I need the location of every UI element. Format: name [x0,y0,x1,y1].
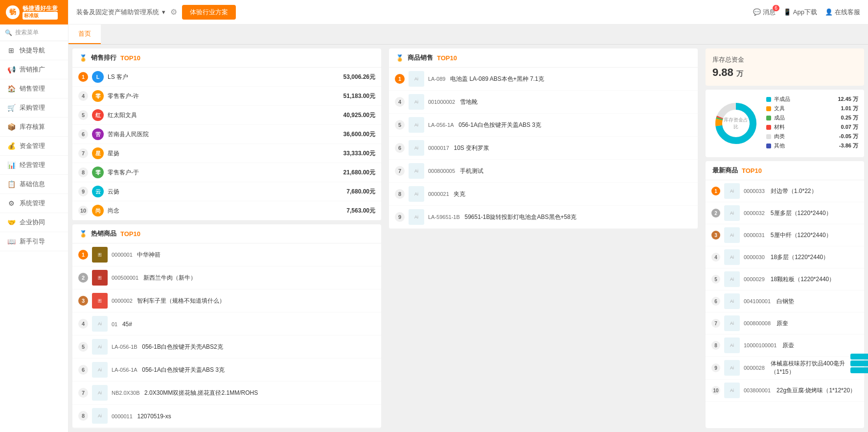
product-name: 2.0X30MM双搓花轴,搓花直径2.1MM/ROHS [144,389,258,396]
product-name: 夹克 [454,191,465,197]
product-info: 000800005 手机测试 [428,167,692,175]
product-info: NB2.0X30B 2.0X30MM双搓花轴,搓花直径2.1MM/ROHS [112,389,375,397]
right-panels: 库存总资金 9.88 万 [706,48,864,428]
product-name: 封边带（1.0*22） [771,187,817,195]
message-btn[interactable]: 💬 消息 6 [753,8,776,17]
rank-value: 21,680.00元 [343,168,375,177]
product-code: 0000031 [744,232,765,238]
product-name: 雪地靴 [460,98,478,105]
inventory-title: 库存总资金 [712,55,857,64]
inventory-legend: 半成品 12.45 万 文具 1.01 万 成品 0.25 万 [766,96,858,151]
new-product-item: 1 Ai 0000033 封边带（1.0*22） [706,180,864,202]
service-community-btn[interactable]: 服务社区 [850,360,868,366]
sidebar-item-system[interactable]: ⚙ 系统管理 [0,194,68,213]
product-rank-item: 6 Ai 0000017 10S 变利罗浆 [389,137,698,160]
sidebar-item-marketing[interactable]: 📢 营销推广 [0,60,68,79]
product-rank-item: 9 Ai LA-59651-1B 59651-1B旋转投影灯电池盒ABS黑色+5… [389,206,698,229]
product-thumb: Ai [92,316,108,332]
rank-value: 36,600.00元 [343,130,375,139]
main-area: 装备及固定资产辅助管理系统 ▾ ⚙ 体验行业方案 💬 消息 6 📱 App下载 … [69,0,868,432]
new-product-item: 4 Ai 0000030 18多层（1220*2440） [706,246,864,268]
rank-number: 1 [395,74,405,84]
new-products-header: 最新商品 TOP10 [706,161,864,180]
sidebar: 畅 畅捷通好生意 标准版 🔍 搜索菜单 ⊞ 快捷导航 📢 营销推广 🏠 销售管理… [0,0,69,432]
sidebar-item-label: 新手引导 [20,237,45,246]
new-product-item: 2 Ai 0000032 5厘多层（1220*2440） [706,202,864,224]
logo-badge: 标准版 [23,12,58,20]
sidebar-item-label: 快捷导航 [20,46,45,55]
sidebar-item-sales[interactable]: 🏠 销售管理 [0,79,68,98]
product-rank-item: 5 Ai LA-056-1B 056-1B白色按键开关壳ABS2克 [72,336,381,359]
new-product-item: 3 Ai 0000031 5厘中纤（1220*2440） [706,224,864,246]
marketing-icon: 📢 [7,66,16,73]
system-selector[interactable]: 装备及固定资产辅助管理系统 ▾ [76,8,165,17]
logo-title: 畅捷通好生意 [23,5,58,12]
new-products-title: 最新商品 [712,166,738,175]
customer-ranking-header: 🏅 销售排行 TOP10 [72,48,381,68]
tab-home[interactable]: 首页 [69,24,101,44]
rank-avatar: 尚 [92,205,104,216]
customer-service-hotline-btn[interactable]: 客服热线 [850,354,868,360]
rank-number: 6 [395,143,405,153]
sidebar-item-purchase[interactable]: 🛒 采购管理 [0,98,68,118]
message-badge: 6 [773,5,779,11]
product-thumb: Ai [92,339,108,355]
finance-icon: 💰 [7,142,16,150]
product-info: 0000002 智利车子里（规格不知道填什么） [112,297,375,305]
sidebar-item-operation[interactable]: 📊 经营管理 [0,156,68,175]
service-icon: 👤 [825,8,833,16]
rank-number: 5 [78,342,88,352]
product-sales-top10: TOP10 [437,54,457,62]
rank-number: 4 [78,91,88,101]
sidebar-item-finance[interactable]: 💰 资金管理 [0,137,68,156]
legend-color-dot [766,106,771,111]
sidebar-item-quick-nav[interactable]: ⊞ 快捷导航 [0,41,68,60]
sidebar-item-guide[interactable]: 📖 新手引导 [0,232,68,251]
phone-icon: 📱 [783,8,791,16]
rank-number: 7 [78,388,88,398]
trial-btn[interactable]: 体验行业方案 [182,5,236,20]
product-name: 12070519-xs [137,413,171,420]
product-rank-item: 1 图 0000001 中华神箭 [72,243,381,266]
rank-number: 8 [395,189,405,199]
legend-item: 成品 0.25 万 [766,114,858,121]
rank-item: 8 零 零售客户-于 21,680.00元 [72,163,381,182]
new-products-top10: TOP10 [742,167,762,174]
product-name: 电池盖 LA-089 ABS本色+黑种 7.1克 [450,75,544,82]
hot-products-panel: 🏅 热销商品 TOP10 1 图 0000001 中华神箭 2 [72,224,381,428]
purchase-icon: 🛒 [7,104,16,112]
rank-number: 1 [78,72,88,82]
hot-products-header: 🏅 热销商品 TOP10 [72,224,381,243]
product-thumb: Ai [409,163,424,179]
legend-item: 半成品 12.45 万 [766,96,858,103]
float-service: 客服热线 服务社区 直播 [850,354,868,373]
sidebar-item-inventory[interactable]: 📦 库存核算 [0,118,68,137]
sidebar-search[interactable]: 🔍 搜索菜单 [0,24,68,41]
sales-icon: 🏠 [7,85,16,93]
product-name: 智利车子里（规格不知道填什么） [137,297,225,304]
sidebar-item-cooperation[interactable]: 🤝 企业协同 [0,213,68,232]
product-info: 0000001 中华神箭 [112,251,375,259]
rank-value: 33,333.00元 [343,149,375,158]
cooperation-icon: 🤝 [7,218,16,226]
product-code: LA-056-1A [112,367,137,373]
product-info: 0000021 夹克 [428,190,692,198]
product-thumb: 图 [92,270,108,286]
product-rank-item: 5 Ai LA-056-1A 056-1A白色按键开关盖ABS 3克 [389,114,698,137]
settings-icon[interactable]: ⚙ [170,7,177,17]
online-service-btn[interactable]: 👤 在线客服 [825,8,860,17]
product-code: 0000030 [744,254,765,260]
rank-number: 7 [78,148,88,158]
live-stream-btn[interactable]: 直播 [850,367,868,373]
product-thumb: Ai [724,227,740,243]
new-products-panel: 最新商品 TOP10 1 Ai 0000033 封边带（1.0*22） 2 Ai… [706,161,864,428]
sidebar-item-basic-info[interactable]: 📋 基础信息 [0,175,68,194]
legend-color-dot [766,144,771,148]
product-info: LA-089 电池盖 LA-089 ABS本色+黑种 7.1克 [428,75,692,83]
product-info: 001000002 雪地靴 [428,98,692,106]
legend-item: 其他 -3.86 万 [766,142,858,149]
app-download-btn[interactable]: 📱 App下载 [783,8,817,17]
sidebar-item-label: 基础信息 [20,180,45,189]
product-code: 10000100001 [744,342,777,348]
rank-value: 53,006.26元 [343,73,375,81]
